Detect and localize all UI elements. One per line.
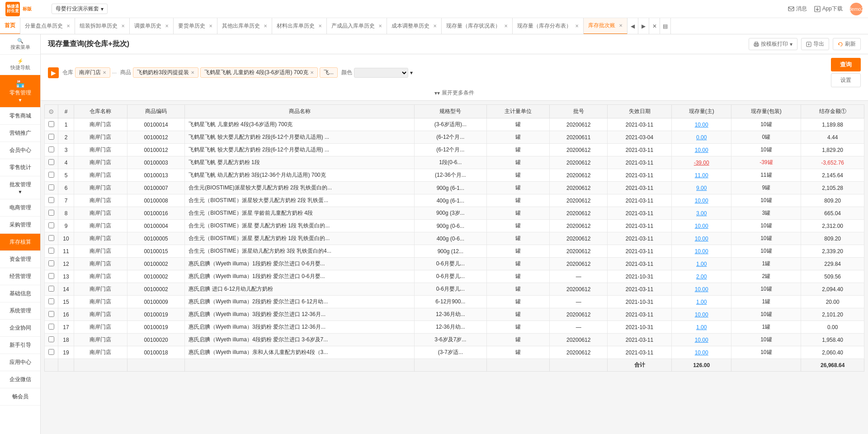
tab-home[interactable]: 首页 — [0, 18, 20, 34]
sidebar-item-member2[interactable]: 畅会员 — [0, 388, 40, 406]
expand-more-btn[interactable]: ▾▾ 展开更多条件 — [48, 89, 861, 97]
tab-xianzailiang1[interactable]: 现存量（库存状况表）✕ — [442, 18, 513, 34]
row-checkbox[interactable] — [48, 184, 54, 190]
row-checkbox[interactable] — [48, 159, 54, 165]
row-qty-main[interactable]: 0.00 — [672, 131, 731, 144]
row-qty-main[interactable]: 10.00 — [672, 308, 731, 321]
sidebar-item-retail-shop[interactable]: 零售商城 — [0, 108, 40, 125]
warehouse-tag[interactable]: 南岸门店 ✕ — [75, 67, 110, 78]
tab-chengbentiao[interactable]: 成本调整单历史✕ — [387, 18, 442, 34]
tab-close-zuche[interactable]: ✕ — [121, 24, 125, 28]
tab-yaohuo[interactable]: 要货单历史✕ — [174, 18, 217, 34]
row-qty-main[interactable]: 10.00 — [672, 232, 731, 245]
app-download-btn[interactable]: App下载 — [814, 5, 843, 13]
sidebar-item-system[interactable]: 系统管理 — [0, 302, 40, 320]
row-checkbox[interactable] — [48, 121, 54, 127]
sidebar-item-batch-mgr[interactable]: 批发管理 ▼ — [0, 176, 40, 199]
sidebar-item-guide[interactable]: 新手引导 — [0, 337, 40, 354]
tab-close-xianzailiang2[interactable]: ✕ — [575, 24, 579, 28]
sidebar-item-retail-stat[interactable]: 零售统计 — [0, 159, 40, 176]
row-checkbox[interactable] — [48, 235, 54, 241]
sidebar-item-enterprise-wechat[interactable]: 企业微信 — [0, 371, 40, 388]
warehouse-tag-close[interactable]: ✕ — [103, 70, 106, 75]
refresh-btn[interactable]: 刷新 — [833, 38, 861, 50]
row-checkbox[interactable] — [48, 260, 54, 266]
row-qty-main[interactable]: 10.00 — [672, 194, 731, 207]
tab-close-qita[interactable]: ✕ — [264, 24, 267, 28]
tab-cailiaochu[interactable]: 材料出库单历史✕ — [272, 18, 327, 34]
col-settings[interactable]: ⚙ — [45, 105, 58, 118]
sidebar-item-ecommerce[interactable]: 电商管理 — [0, 199, 40, 217]
sidebar-item-basic[interactable]: 基础信息 — [0, 285, 40, 302]
row-qty-main[interactable]: 10.00 — [672, 118, 731, 131]
row-qty-main[interactable]: 11.00 — [672, 169, 731, 182]
row-qty-main[interactable]: 10.00 — [672, 334, 731, 346]
row-checkbox[interactable] — [48, 146, 54, 152]
row-qty-main[interactable]: 1.00 — [672, 296, 731, 308]
row-qty-main[interactable]: 2.00 — [672, 270, 731, 283]
row-checkbox[interactable] — [48, 210, 54, 216]
color-select[interactable] — [354, 68, 408, 78]
org-selector[interactable]: 母婴行业演示账套 ▾ — [52, 4, 108, 14]
row-qty-main[interactable]: 10.00 — [672, 144, 731, 156]
tab-qita[interactable]: 其他出库单历史✕ — [217, 18, 272, 34]
sidebar-item-enterprise[interactable]: 企业协同 — [0, 320, 40, 337]
filter-expand-btn[interactable]: ▶ — [48, 67, 59, 78]
row-qty-main[interactable]: 1.00 — [672, 321, 731, 334]
row-checkbox[interactable] — [48, 349, 54, 355]
row-qty-main[interactable]: -39.00 — [672, 156, 731, 169]
row-qty-main[interactable]: 10.00 — [672, 346, 731, 359]
print-btn[interactable]: 按模板打印 ▾ — [749, 38, 797, 50]
tab-tiaopi[interactable]: 调拨单历史✕ — [130, 18, 174, 34]
tab-close-cailiaochu[interactable]: ✕ — [318, 24, 322, 28]
export-btn[interactable]: 导出 — [801, 38, 829, 50]
product-tag-2[interactable]: 飞鹤星飞帆 儿童奶粉 4段(3-6岁适用) 700克 ✕ — [200, 67, 318, 78]
tab-close-tiaopi[interactable]: ✕ — [165, 24, 169, 28]
row-checkbox[interactable] — [48, 134, 54, 140]
row-qty-main[interactable]: 9.00 — [672, 182, 731, 194]
tab-close-pizhicibiao[interactable]: ✕ — [619, 23, 623, 28]
setting-btn[interactable]: 设置 — [831, 73, 861, 87]
row-checkbox[interactable] — [48, 298, 54, 304]
sidebar-item-member[interactable]: 会员中心 — [0, 142, 40, 159]
tab-close-xianzailiang1[interactable]: ✕ — [504, 24, 508, 28]
tab-close-chengpinru[interactable]: ✕ — [378, 24, 382, 28]
row-checkbox[interactable] — [48, 172, 54, 178]
sidebar-search[interactable]: 🔍 搜索菜单 — [0, 34, 40, 55]
sidebar-item-inventory[interactable]: 库存核算 — [0, 234, 40, 251]
sidebar-item-retail[interactable]: 🏪 零售管理 ▼ — [0, 75, 40, 108]
row-qty-main[interactable]: 10.00 — [672, 220, 731, 232]
tab-prev-btn[interactable]: ◀ — [627, 18, 638, 34]
row-checkbox[interactable] — [48, 222, 54, 228]
row-qty-main[interactable]: 1.00 — [672, 258, 731, 270]
warehouse-more[interactable]: ··· — [112, 70, 117, 76]
query-btn[interactable]: 查询 — [831, 58, 861, 71]
row-checkbox[interactable] — [48, 336, 54, 342]
avatar[interactable]: demo2 — [850, 3, 863, 15]
tab-close-fenpan[interactable]: ✕ — [66, 24, 70, 28]
tab-close-btn[interactable]: ✕ — [649, 18, 660, 34]
tab-next-btn[interactable]: ▶ — [638, 18, 649, 34]
tab-fenpan[interactable]: 分量盘点单历史✕ — [20, 18, 75, 34]
product-tag-1[interactable]: 飞鹤奶粉3段丙提提装 ✕ — [133, 67, 198, 78]
sidebar-item-finance[interactable]: 资金管理 — [0, 251, 40, 268]
product-tag-3[interactable]: 飞... — [320, 67, 338, 78]
product-tag-2-close[interactable]: ✕ — [310, 70, 314, 75]
row-checkbox[interactable] — [48, 197, 54, 203]
sidebar-quick-nav[interactable]: ⚡ 快捷导航 — [0, 55, 40, 75]
sidebar-item-marketing[interactable]: 营销推广 — [0, 125, 40, 142]
row-checkbox[interactable] — [48, 273, 54, 279]
row-qty-main[interactable]: 3.00 — [672, 207, 731, 220]
row-checkbox[interactable] — [48, 324, 54, 330]
row-qty-main[interactable]: 10.00 — [672, 245, 731, 258]
tab-xianzailiang2[interactable]: 现存量（库存分布表）✕ — [513, 18, 584, 34]
tab-close-chengbentiao[interactable]: ✕ — [433, 24, 437, 28]
message-btn[interactable]: 消息 — [788, 5, 807, 13]
row-checkbox[interactable] — [48, 248, 54, 254]
tab-pizhicibiao[interactable]: 库存批次账✕ — [584, 18, 627, 34]
tab-close-yaohuo[interactable]: ✕ — [209, 24, 212, 28]
sidebar-item-operations[interactable]: 经营管理 — [0, 268, 40, 285]
sidebar-item-purchase[interactable]: 采购管理 — [0, 217, 40, 234]
product-tag-1-close[interactable]: ✕ — [191, 70, 194, 75]
tab-zuche[interactable]: 组装拆卸单历史✕ — [75, 18, 130, 34]
